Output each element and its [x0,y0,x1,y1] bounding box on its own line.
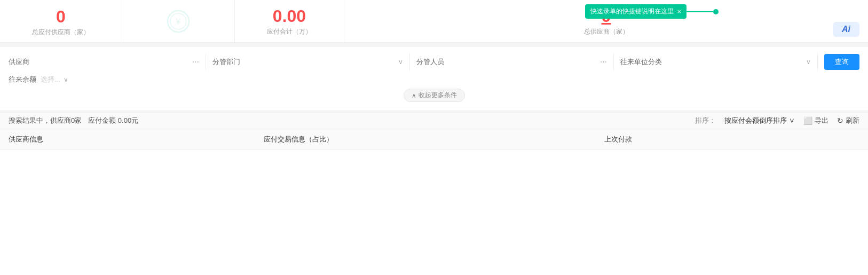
collapse-button[interactable]: ∧ 收起更多条件 [404,89,465,102]
person-label: 分管人员 [416,57,444,67]
supplier-label: 供应商 [9,57,29,67]
table-body [0,150,868,275]
sort-label: 排序： [695,116,716,125]
filter-row-2: 往来余额 选择... ∨ [9,75,859,84]
filter-field-supplier: 供应商 ··· [9,53,206,70]
payable-total-number: 0.00 [273,6,306,26]
col-header-supplier: 供应商信息 [9,135,264,144]
refresh-button[interactable]: ↻ 刷新 [837,116,859,125]
filter-field-dept: 分管部门 ∨ [206,53,410,70]
filter-bar: 供应商 ··· 分管部门 ∨ 分管人员 ··· 往来单位分类 ∨ 查询 往来 [0,47,868,111]
stats-bar-right: 快速录单的快捷键说明在这里 × 0 总供应商（家） Ai [344,0,868,42]
col-header-transaction: 应付交易信息（占比） [264,135,604,144]
table-header: 供应商信息 应付交易信息（占比） 上次付款 [0,129,868,150]
refresh-icon: ↻ [837,116,843,125]
balance-placeholder: 选择... [41,75,60,84]
collapse-label: 收起更多条件 [419,91,457,100]
category-chevron[interactable]: ∨ [806,58,811,66]
dept-label: 分管部门 [212,57,240,67]
balance-label: 往来余额 [9,75,36,84]
collapse-arrow: ∧ [412,92,416,99]
filter-row-1: 供应商 ··· 分管部门 ∨ 分管人员 ··· 往来单位分类 ∨ 查询 [9,53,859,70]
tooltip-text: 快速录单的快捷键说明在这里 [590,7,674,16]
ai-badge[interactable]: Ai [833,22,859,37]
sort-chevron: ∨ [789,116,795,124]
ai-label: Ai [842,25,850,34]
supplier-dots[interactable]: ··· [192,57,199,67]
balance-chevron[interactable]: ∨ [64,76,68,83]
export-button[interactable]: ⬜ 导出 [803,116,828,125]
person-input[interactable] [448,58,600,66]
filter-field-category: 往来单位分类 ∨ [614,53,818,70]
query-button[interactable]: 查询 [824,54,859,70]
filter-actions: 查询 [818,54,859,70]
export-label: 导出 [815,116,828,125]
payable-total-label: 应付合计（万） [267,27,312,36]
result-text: 搜索结果中，供应商0家 [9,116,82,125]
category-input[interactable] [666,58,806,66]
stat-coin-icon-area: ¥ [122,0,235,42]
svg-text:¥: ¥ [176,17,181,26]
refresh-label: 刷新 [846,116,859,125]
total-suppliers-label: 总供应商（家） [584,27,629,36]
table-area: 供应商信息 应付交易信息（占比） 上次付款 [0,129,868,275]
tooltip-bubble: 快速录单的快捷键说明在这里 × [585,4,686,19]
export-icon: ⬜ [803,116,812,125]
collapse-row: ∧ 收起更多条件 [9,87,859,106]
supplier-input[interactable] [34,58,192,66]
person-dots[interactable]: ··· [600,57,607,67]
dept-input[interactable] [244,58,398,66]
tooltip-close[interactable]: × [677,7,681,15]
filter-field-person: 分管人员 ··· [410,53,614,70]
category-label: 往来单位分类 [620,57,662,67]
stats-bar: 0 总应付供应商（家） ¥ 0.00 应付合计（万） 快速录单的快捷键说明在这里… [0,0,868,43]
sort-value[interactable]: 按应付会额倒序排序 ∨ [724,116,795,125]
result-actions-area: 排序： 按应付会额倒序排序 ∨ ⬜ 导出 ↻ 刷新 [695,116,859,125]
result-info-area: 搜索结果中，供应商0家 应付金额 0.00元 [9,116,138,125]
stat-payable-total: 0.00 应付合计（万） [235,0,344,42]
filter-field-balance: 往来余额 选择... ∨ [9,75,75,84]
tooltip-container: 快速录单的快捷键说明在这里 × [585,4,719,19]
coin-icon: ¥ [165,8,192,35]
sort-value-text: 按应付会额倒序排序 [724,116,787,124]
dept-chevron[interactable]: ∨ [398,58,403,66]
result-amount: 应付金额 0.00元 [88,116,138,125]
stat-total-payable-suppliers: 0 总应付供应商（家） [0,0,122,42]
result-bar: 搜索结果中，供应商0家 应付金额 0.00元 排序： 按应付会额倒序排序 ∨ ⬜… [0,112,868,129]
total-payable-suppliers-number: 0 [56,6,66,27]
total-payable-suppliers-label: 总应付供应商（家） [32,28,90,37]
col-header-last-payment: 上次付款 [604,135,859,144]
